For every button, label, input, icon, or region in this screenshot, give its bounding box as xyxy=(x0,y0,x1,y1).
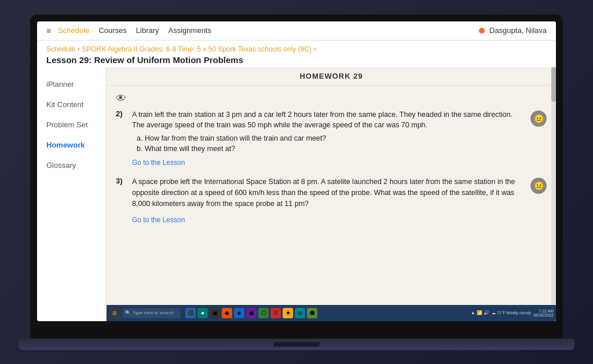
taskbar: ⊞ 🔍 Type here to search ⬛ ● ▣ ◆ ◈ ◉ xyxy=(107,305,556,321)
menu-icon[interactable]: ≡ xyxy=(46,26,51,35)
screen-bezel: ≡ Schedule Courses Library Assignments D… xyxy=(30,14,563,339)
page-title: Lesson 29: Review of Uniform Motion Prob… xyxy=(46,55,547,65)
sys-icon-3: 🔊 xyxy=(484,310,489,315)
sidebar-item-iplanner[interactable]: iPlanner xyxy=(37,74,106,94)
sidebar-item-homework[interactable]: Homework xyxy=(37,135,106,155)
breadcrumb: Schedule › SPORK Algebra II Grades: 6-8 … xyxy=(46,45,547,53)
taskbar-icon-7[interactable]: ⬡ xyxy=(258,308,269,318)
problem-3-emoji: 😐 xyxy=(530,178,547,194)
problem-2-text: A train left the train station at 3 pm a… xyxy=(132,109,525,131)
problem-2-go-to-lesson[interactable]: Go to the Lesson xyxy=(132,159,185,167)
homework-header: HOMEWORK 29 xyxy=(107,67,556,86)
problem-2-sub-b: b. What time will they meet at? xyxy=(137,145,525,153)
taskbar-icon-3[interactable]: ▣ xyxy=(210,308,220,318)
scroll-thumb[interactable] xyxy=(551,67,556,102)
laptop-base xyxy=(19,339,574,350)
sidebar-item-glossary[interactable]: Glossary xyxy=(37,155,106,175)
user-status-dot xyxy=(479,28,485,34)
homework-body: 👁 2) A train left the train station at 3… xyxy=(107,86,556,241)
breadcrumb-area: Schedule › SPORK Algebra II Grades: 6-8 … xyxy=(37,41,556,67)
breadcrumb-schedule[interactable]: Schedule xyxy=(46,45,75,53)
user-name: Dasgupta, Nilava xyxy=(489,26,547,35)
sidebar-item-kit-content[interactable]: Kit Content xyxy=(37,94,106,115)
weather-icon: ☁ xyxy=(492,311,496,315)
taskbar-search-text: Type here to search xyxy=(133,310,174,315)
sys-icon-2: 📶 xyxy=(477,310,482,315)
nav-library-link[interactable]: Library xyxy=(136,26,159,35)
nav-right: Dasgupta, Nilava xyxy=(479,26,547,35)
problem-2-emoji: 😐 xyxy=(530,111,547,127)
problem-3-go-to-lesson[interactable]: Go to the Lesson xyxy=(132,216,185,224)
taskbar-date-value: 06/20/2022 xyxy=(533,313,554,317)
sys-icon-1: ▲ xyxy=(471,310,475,315)
taskbar-icon-5[interactable]: ◈ xyxy=(234,308,244,318)
problem-2-item: 2) A train left the train station at 3 p… xyxy=(116,109,547,168)
problem-2-sub-a: a. How far from the train station will t… xyxy=(137,134,525,142)
content-area: HOMEWORK 29 👁 2) A train left the train … xyxy=(107,67,556,321)
problem-2-content: A train left the train station at 3 pm a… xyxy=(132,109,525,168)
taskbar-time: 7:22 AM 06/20/2022 xyxy=(533,309,554,317)
eye-row: 👁 xyxy=(116,93,547,105)
taskbar-icon-6[interactable]: ◉ xyxy=(246,308,257,318)
taskbar-icons: ⬛ ● ▣ ◆ ◈ ◉ ⬡ ◊ ★ ◎ ⬟ xyxy=(185,308,317,318)
taskbar-time-value: 7:22 AM xyxy=(533,309,554,313)
screen-content: ≡ Schedule Courses Library Assignments D… xyxy=(37,21,556,321)
breadcrumb-chevron1: › xyxy=(78,46,79,52)
taskbar-sys-icons: ▲ 📶 🔊 xyxy=(471,310,489,315)
problem-3-number: 3) xyxy=(116,177,126,225)
taskbar-search[interactable]: 🔍 Type here to search xyxy=(123,308,181,318)
homework-panel: HOMEWORK 29 👁 2) A train left the train … xyxy=(107,67,556,321)
sidebar-item-problem-set[interactable]: Problem Set xyxy=(37,115,106,135)
taskbar-icon-9[interactable]: ★ xyxy=(283,308,293,318)
start-button[interactable]: ⊞ xyxy=(109,307,120,319)
taskbar-icon-11[interactable]: ⬟ xyxy=(307,308,317,318)
laptop-shell: ≡ Schedule Courses Library Assignments D… xyxy=(0,0,593,364)
problem-3-text: A space probe left the International Spa… xyxy=(132,177,525,209)
top-nav: ≡ Schedule Courses Library Assignments D… xyxy=(37,21,556,41)
breadcrumb-chevron2: › xyxy=(314,46,316,52)
breadcrumb-course[interactable]: SPORK Algebra II Grades: 6-8 Time: 5 x 5… xyxy=(82,45,312,53)
weather-text: 71°F Mostly cloudy xyxy=(497,311,531,315)
problem-2-number: 2) xyxy=(116,109,126,168)
nav-courses-link[interactable]: Courses xyxy=(98,26,126,35)
laptop-hinge xyxy=(273,342,320,347)
problem-3-content: A space probe left the International Spa… xyxy=(132,177,525,225)
nav-assignments-link[interactable]: Assignments xyxy=(169,26,211,35)
taskbar-icon-8[interactable]: ◊ xyxy=(270,308,281,318)
taskbar-icon-10[interactable]: ◎ xyxy=(295,308,305,318)
main-area: iPlanner Kit Content Problem Set Homewor… xyxy=(37,67,556,321)
taskbar-right: ▲ 📶 🔊 ☁ 71°F Mostly cloudy 7:22 AM 06/20… xyxy=(471,309,554,317)
taskbar-weather: ☁ 71°F Mostly cloudy xyxy=(492,311,531,315)
taskbar-icon-1[interactable]: ⬛ xyxy=(185,308,196,318)
problem-3-item: 3) A space probe left the International … xyxy=(116,177,547,225)
sidebar: iPlanner Kit Content Problem Set Homewor… xyxy=(37,67,107,321)
scrollbar[interactable] xyxy=(551,67,556,321)
taskbar-icon-2[interactable]: ● xyxy=(197,308,208,318)
taskbar-icon-4[interactable]: ◆ xyxy=(222,308,232,318)
nav-left: ≡ Schedule Courses Library Assignments xyxy=(46,26,211,35)
eye-icon[interactable]: 👁 xyxy=(116,93,126,104)
nav-schedule-link[interactable]: Schedule xyxy=(58,26,89,35)
